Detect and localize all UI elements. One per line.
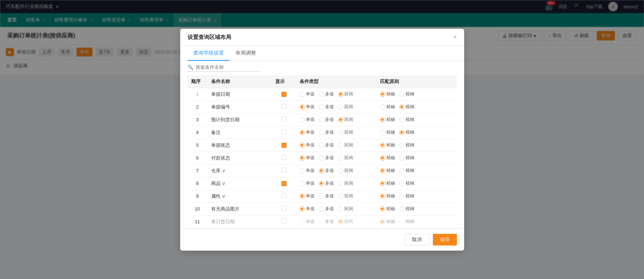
dialog-search-area: 🔍 <box>180 61 464 75</box>
dialog-tabs: 查询字段设置 布局调整 <box>180 46 464 61</box>
dialog-overlay: 设置查询区域布局 × 查询字段设置 布局调整 🔍 顺序 <box>0 0 644 75</box>
search-wrap: 🔍 <box>187 64 260 72</box>
dialog: 设置查询区域布局 × 查询字段设置 布局调整 🔍 顺序 <box>180 29 464 75</box>
dialog-close-btn[interactable]: × <box>453 34 457 40</box>
dialog-tab-query[interactable]: 查询字段设置 <box>187 46 230 61</box>
search-icon: 🔍 <box>187 64 193 70</box>
dialog-header: 设置查询区域布局 × <box>180 29 464 46</box>
search-input[interactable] <box>195 64 260 70</box>
dialog-title: 设置查询区域布局 <box>187 34 231 41</box>
dialog-tab-layout[interactable]: 布局调整 <box>230 46 262 61</box>
